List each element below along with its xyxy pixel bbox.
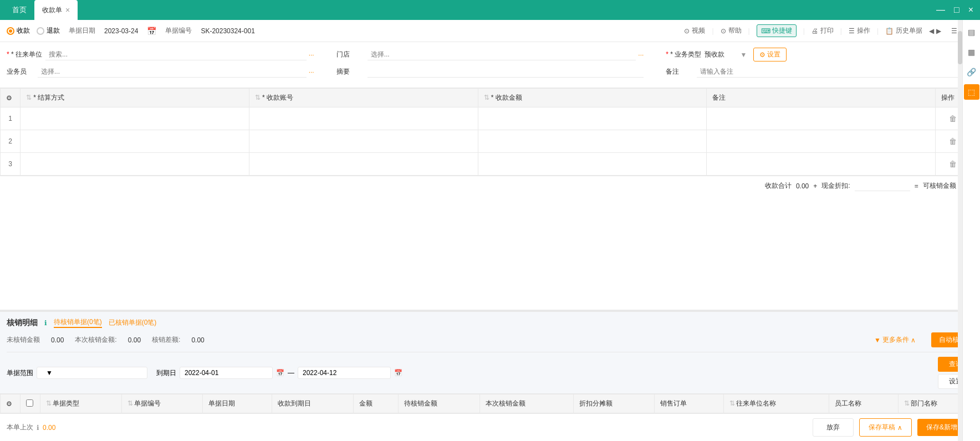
- settlement-input-1[interactable]: [21, 107, 249, 130]
- date-to-input[interactable]: [298, 367, 391, 379]
- print-btn[interactable]: 🖨 打印: [811, 26, 834, 35]
- prev-icon[interactable]: ◀: [929, 27, 934, 35]
- shop-input[interactable]: [368, 49, 636, 60]
- settlement-input-3[interactable]: [21, 153, 249, 175]
- row-2-account[interactable]: [249, 130, 478, 153]
- summary-input[interactable]: [368, 66, 644, 78]
- scroll-thumb[interactable]: [958, 31, 962, 64]
- business-type-select[interactable]: 预收款 ▼: [705, 50, 747, 59]
- row-2-settlement[interactable]: [21, 130, 249, 153]
- writeoff-info-icon[interactable]: ℹ: [44, 319, 47, 327]
- remark-input-2[interactable]: [707, 130, 935, 152]
- help-btn[interactable]: ⊙ 帮助: [721, 26, 742, 35]
- pending-tab[interactable]: 待核销单据(0笔): [54, 317, 102, 328]
- amount-input-2[interactable]: [478, 130, 707, 152]
- row-1-account[interactable]: [249, 107, 478, 130]
- row-2-remark[interactable]: [707, 130, 936, 153]
- abandon-button[interactable]: 放弃: [813, 418, 854, 437]
- table-row: 3 🗑 ⧉: [1, 153, 980, 176]
- settlement-input-2[interactable]: [21, 130, 249, 152]
- partner-input[interactable]: [45, 49, 307, 60]
- amount-input-3[interactable]: [478, 153, 707, 175]
- row-1-settlement[interactable]: [21, 107, 249, 130]
- history-btn[interactable]: 📋 历史单据: [885, 26, 922, 35]
- sort-icon: ⇅: [26, 94, 32, 101]
- calendar-to-icon[interactable]: 📅: [394, 369, 402, 377]
- row-3-amount[interactable]: [478, 153, 707, 176]
- bottom-table-area: ⚙ ⇅单据类型 ⇅单据编号 单据日期 收款到期日 金额 待核销金额 本次核销金额…: [0, 393, 980, 413]
- sidebar-icon-link[interactable]: 🔗: [964, 64, 979, 80]
- save-draft-button[interactable]: 保存草稿 ∧: [859, 418, 912, 437]
- footer-actions: 放弃 保存草稿 ∧ 保存&新增 ∧: [813, 418, 973, 437]
- range-select[interactable]: ▼: [37, 367, 147, 379]
- remark-input-1[interactable]: [707, 107, 935, 130]
- delete-icon-2[interactable]: 🗑: [949, 137, 957, 146]
- tab-receipt[interactable]: 收款单 ×: [34, 0, 78, 20]
- help-label: 帮助: [728, 26, 742, 35]
- delete-icon-1[interactable]: 🗑: [949, 114, 957, 124]
- account-input-2[interactable]: [249, 130, 478, 152]
- amount-input-1[interactable]: [478, 107, 707, 130]
- next-icon[interactable]: ▶: [936, 27, 941, 35]
- delete-icon-3[interactable]: 🗑: [949, 160, 957, 169]
- business-type-arrow[interactable]: ▼: [740, 51, 747, 59]
- staff-input[interactable]: [38, 66, 307, 78]
- table-section: ⚙ ⇅ * 结算方式 ⇅ * 收款账号 ⇅ * 收款金额 备注: [0, 88, 980, 310]
- video-btn[interactable]: ⊙ 视频: [684, 26, 705, 35]
- save-draft-arrow: ∧: [897, 424, 902, 432]
- radio-refund[interactable]: 退款: [37, 26, 60, 35]
- form-area: * 往来单位 ··· 门店 ··· * 业务类型 预收款 ▼ ⚙ 设置: [0, 42, 980, 88]
- sidebar-icon-grid[interactable]: ▦: [964, 44, 979, 60]
- business-type-value: 预收款: [705, 50, 738, 59]
- equal-sign: =: [915, 182, 918, 190]
- tab-home[interactable]: 首页: [4, 0, 34, 20]
- th-pending: 待核销金额: [399, 394, 480, 413]
- range-arrow-icon: ▼: [46, 369, 53, 377]
- partner-dots[interactable]: ···: [309, 51, 314, 59]
- account-input-3[interactable]: [249, 153, 478, 175]
- row-num-3: 3: [1, 153, 21, 176]
- th-gear[interactable]: ⚙: [1, 89, 21, 107]
- print-icon: 🖨: [811, 27, 818, 35]
- due-date-field: 到期日 📅 — 📅: [156, 367, 402, 379]
- footer-info-icon[interactable]: ℹ: [37, 424, 39, 432]
- row-3-account[interactable]: [249, 153, 478, 176]
- calendar-from-icon[interactable]: 📅: [276, 369, 284, 377]
- done-tab[interactable]: 已核销单据(0笔): [109, 318, 157, 327]
- discount-input[interactable]: [855, 181, 910, 191]
- row-3-remark[interactable]: [707, 153, 936, 176]
- row-3-settlement[interactable]: [21, 153, 249, 176]
- select-all-checkbox[interactable]: [26, 399, 33, 407]
- close-button[interactable]: ×: [966, 5, 976, 15]
- th-checkbox[interactable]: [21, 394, 40, 413]
- shop-dots[interactable]: ···: [638, 51, 644, 59]
- th-type: ⇅单据类型: [40, 394, 122, 413]
- tab-close-icon[interactable]: ×: [65, 0, 70, 20]
- radio-receipt-dot: [7, 27, 14, 35]
- date-from-input[interactable]: [180, 367, 273, 379]
- sidebar-icon-table[interactable]: ▤: [964, 24, 979, 40]
- settings-button[interactable]: ⚙ 设置: [753, 48, 787, 61]
- date-value[interactable]: 2023-03-24: [104, 27, 138, 35]
- remark-input-3[interactable]: [707, 153, 935, 175]
- maximize-button[interactable]: □: [952, 5, 962, 15]
- radio-receipt[interactable]: 收款: [7, 26, 30, 35]
- th-gear-bottom[interactable]: ⚙: [1, 394, 21, 413]
- remark-input[interactable]: [697, 66, 973, 78]
- row-1-amount[interactable]: [478, 107, 707, 130]
- calendar-icon[interactable]: 📅: [147, 27, 156, 35]
- row-2-amount[interactable]: [478, 130, 707, 153]
- more-conditions-btn[interactable]: ▼ 更多条件 ∧: [874, 335, 916, 345]
- scrollbar[interactable]: [958, 20, 962, 441]
- shortcut-label: 快捷键: [772, 26, 792, 35]
- account-input-1[interactable]: [249, 107, 478, 130]
- diff-value: 0.00: [191, 336, 204, 344]
- minimize-button[interactable]: —: [934, 5, 947, 15]
- operation-btn[interactable]: ☰ 操作: [849, 26, 870, 35]
- shortcut-btn[interactable]: ⌨ 快捷键: [757, 24, 797, 37]
- sidebar-icon-expand[interactable]: ⬚: [964, 84, 979, 100]
- number-value[interactable]: SK-20230324-001: [201, 27, 254, 35]
- staff-dots[interactable]: ···: [309, 68, 314, 76]
- toolbar-right: ⊙ 视频 | ⊙ 帮助 | ⌨ 快捷键 | 🖨 打印 | ☰ 操作: [684, 24, 973, 37]
- row-1-remark[interactable]: [707, 107, 936, 130]
